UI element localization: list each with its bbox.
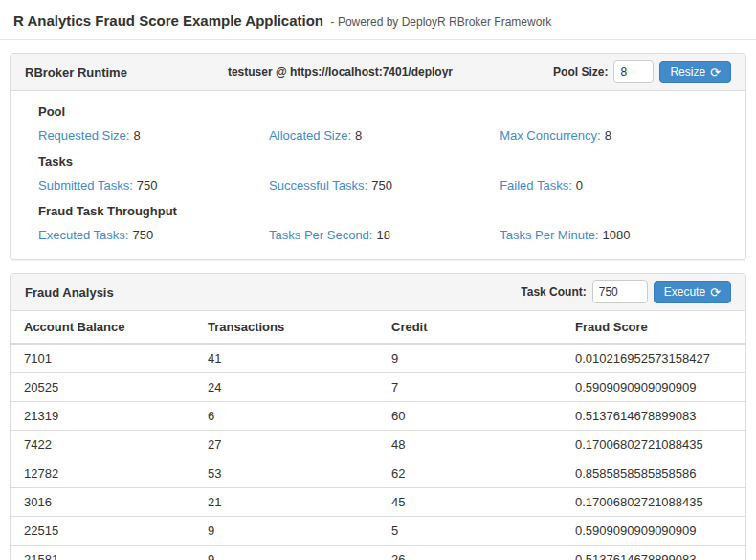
stat-value: 1080: [602, 228, 630, 242]
table-cell: 0.8585858585858586: [562, 459, 745, 488]
execute-button[interactable]: Execute⟳: [654, 281, 731, 303]
table-cell: 41: [194, 344, 378, 373]
analysis-panel: Fraud Analysis Task Count: Execute⟳ Acco…: [10, 273, 746, 560]
column-header-credit: Credit: [378, 311, 562, 344]
table-row: 301621450.17006802721088435: [11, 488, 745, 517]
column-header-transactions: Transactions: [194, 311, 378, 344]
section-heading-pool: Pool: [38, 104, 731, 119]
stat-label: Tasks Per Minute:: [500, 228, 598, 242]
stat-row-tasks: Submitted Tasks:750 Successful Tasks:750…: [38, 178, 731, 192]
stat-requested-size: Requested Size:8: [38, 128, 269, 143]
table-cell: 26: [378, 546, 562, 560]
column-header-fraud-score: Fraud Score: [562, 311, 745, 344]
table-cell: 9: [194, 517, 378, 546]
table-cell: 27: [194, 431, 378, 459]
table-cell: 3016: [11, 488, 194, 517]
endpoint-text: testuser @ https://localhost:7401/deploy…: [228, 65, 453, 78]
table-cell: 5: [378, 517, 562, 546]
table-cell: 20525: [11, 373, 194, 402]
section-heading-tasks: Tasks: [38, 154, 731, 168]
pool-size-input[interactable]: [613, 60, 654, 83]
task-count-controls: Task Count: Execute⟳: [521, 280, 731, 303]
table-cell: 12782: [11, 459, 194, 488]
stat-value: 750: [132, 228, 153, 242]
stat-value: 750: [371, 178, 392, 192]
stat-value: 750: [137, 178, 158, 192]
stat-label: Submitted Tasks:: [38, 178, 133, 192]
table-header-row: Account Balance Transactions Credit Frau…: [11, 311, 745, 344]
runtime-panel-title: RBroker Runtime: [25, 65, 127, 79]
stat-label: Successful Tasks:: [269, 178, 367, 192]
stat-max-concurrency: Max Concurrency:8: [500, 128, 730, 143]
execute-button-label: Execute: [664, 286, 705, 298]
table-cell: 0.5909090909090909: [562, 373, 745, 402]
table-row: 213196600.5137614678899083: [11, 402, 745, 431]
table-cell: 0.5909090909090909: [562, 517, 745, 546]
stat-label: Requested Size:: [38, 128, 129, 143]
table-cell: 0.010216952573158427: [562, 344, 745, 373]
table-cell: 7422: [11, 431, 194, 459]
stat-successful-tasks: Successful Tasks:750: [269, 178, 500, 192]
stat-label: Tasks Per Second:: [269, 228, 372, 242]
stat-label: Max Concurrency:: [500, 128, 600, 143]
stat-tasks-per-second: Tasks Per Second:18: [269, 228, 500, 242]
stat-value: 8: [605, 128, 611, 143]
fraud-table-body: 71014190.010216952573158427205252470.590…: [11, 344, 745, 560]
stat-allocated-size: Allocated Size:8: [269, 128, 500, 143]
table-cell: 9: [194, 546, 378, 560]
stat-failed-tasks: Failed Tasks:0: [500, 178, 730, 192]
table-cell: 24: [194, 373, 378, 402]
table-cell: 7: [378, 373, 562, 402]
stat-executed-tasks: Executed Tasks:750: [38, 228, 269, 242]
runtime-panel: RBroker Runtime testuser @ https://local…: [10, 53, 746, 260]
page-header: R Analytics Fraud Score Example Applicat…: [0, 0, 756, 40]
stat-submitted-tasks: Submitted Tasks:750: [38, 178, 269, 192]
table-cell: 21319: [11, 402, 194, 431]
task-count-input[interactable]: [592, 280, 648, 303]
pool-size-controls: Pool Size: Resize⟳: [553, 60, 731, 83]
table-cell: 21: [194, 488, 378, 517]
resize-button[interactable]: Resize⟳: [659, 61, 731, 83]
table-cell: 0.17006802721088435: [562, 431, 745, 459]
task-count-label: Task Count:: [521, 285, 586, 299]
table-cell: 0.5137614678899083: [562, 546, 745, 560]
table-cell: 22515: [11, 517, 194, 546]
stat-value: 8: [133, 128, 140, 143]
table-row: 742227480.17006802721088435: [11, 431, 745, 459]
table-cell: 60: [378, 402, 562, 431]
table-row: 1278253620.8585858585858586: [11, 459, 745, 488]
table-cell: 21581: [11, 546, 194, 560]
table-cell: 6: [194, 402, 378, 431]
table-cell: 0.5137614678899083: [562, 402, 745, 431]
table-cell: 48: [378, 431, 562, 459]
stat-value: 18: [376, 228, 389, 242]
analysis-panel-heading: Fraud Analysis Task Count: Execute⟳: [11, 274, 745, 311]
stat-tasks-per-minute: Tasks Per Minute:1080: [500, 228, 730, 242]
table-cell: 9: [378, 344, 562, 373]
stat-row-throughput: Executed Tasks:750 Tasks Per Second:18 T…: [38, 228, 731, 242]
table-cell: 53: [194, 459, 378, 488]
table-row: 71014190.010216952573158427: [11, 344, 745, 373]
table-row: 215819260.5137614678899083: [11, 546, 745, 560]
table-cell: 7101: [11, 344, 194, 373]
fraud-table-head: Account Balance Transactions Credit Frau…: [11, 311, 745, 344]
refresh-icon: ⟳: [710, 66, 721, 78]
analysis-panel-title: Fraud Analysis: [25, 285, 114, 300]
table-cell: 62: [378, 459, 562, 488]
table-row: 205252470.5909090909090909: [11, 373, 745, 402]
fraud-table: Account Balance Transactions Credit Frau…: [11, 311, 745, 560]
table-cell: 0.17006802721088435: [562, 488, 745, 517]
runtime-panel-body: Pool Requested Size:8 Allocated Size:8 M…: [11, 91, 745, 259]
stat-label: Failed Tasks:: [500, 178, 572, 192]
section-heading-throughput: Fraud Task Throughput: [38, 204, 731, 218]
pool-size-label: Pool Size:: [553, 65, 608, 78]
stat-label: Allocated Size:: [269, 128, 351, 143]
stat-label: Executed Tasks:: [38, 228, 128, 242]
stat-row-pool: Requested Size:8 Allocated Size:8 Max Co…: [38, 128, 731, 143]
stat-value: 8: [355, 128, 362, 143]
runtime-panel-heading: RBroker Runtime testuser @ https://local…: [11, 54, 745, 91]
page-title: R Analytics Fraud Score Example Applicat…: [13, 12, 323, 29]
stat-value: 0: [576, 178, 583, 192]
table-cell: 45: [378, 488, 562, 517]
resize-button-label: Resize: [670, 66, 705, 78]
